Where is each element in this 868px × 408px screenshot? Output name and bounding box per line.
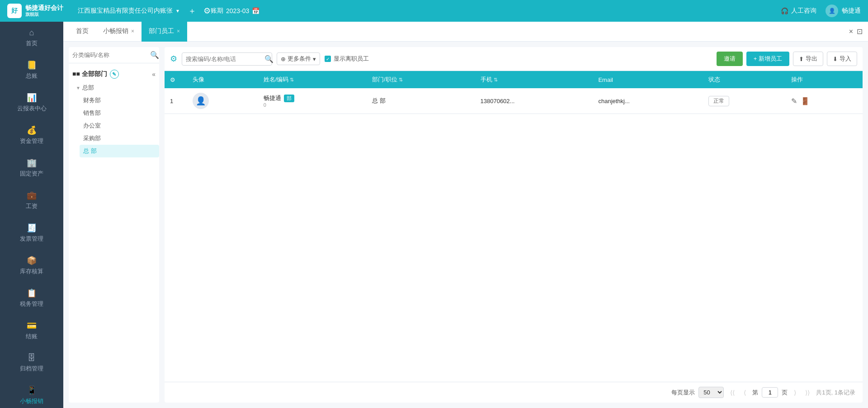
employee-data-table: ⚙ 头像 姓名/编码 部门/职位 手机 Email 状态 操作 xyxy=(165,71,863,114)
tab-dept-employee-close[interactable]: × xyxy=(177,28,180,34)
prev-page-button[interactable]: ⟨ xyxy=(741,388,749,398)
salary-icon: 💼 xyxy=(27,190,37,200)
dept-collapse-button[interactable]: « xyxy=(152,71,156,78)
period-value: 2023-03 xyxy=(226,7,249,14)
filter-button[interactable]: ⊕ 更多条件 ▾ xyxy=(277,52,320,65)
page-number-input[interactable] xyxy=(762,387,778,398)
cell-avatar: 👤 xyxy=(187,88,258,114)
cell-dept: 总 部 xyxy=(367,88,475,114)
sidebar-item-reports[interactable]: 📊 云报表中心 xyxy=(0,86,63,119)
company-selector[interactable]: 江西服宝精品有限责任公司内账张 ▾ xyxy=(78,7,179,15)
sidebar-label-invoice: 发票管理 xyxy=(20,235,43,243)
tab-home[interactable]: 首页 xyxy=(69,22,96,42)
dept-expand-arrow: ▼ xyxy=(76,85,80,90)
tab-xiaochang[interactable]: 小畅报销 × xyxy=(96,22,142,42)
all-dept-label: ■■ 全部部门 xyxy=(72,70,107,78)
sidebar-item-assets[interactable]: 🏢 固定资产 xyxy=(0,152,63,184)
sidebar-item-checkout[interactable]: 💳 结账 xyxy=(0,314,63,347)
sidebar-label-archive: 归档管理 xyxy=(20,365,43,373)
finance-icon: 💰 xyxy=(27,125,37,135)
header-actions: ＋ ⚙ xyxy=(188,5,211,16)
col-avatar: 头像 xyxy=(187,71,258,88)
sidebar-label-salary: 工资 xyxy=(26,202,38,210)
import-label: 导入 xyxy=(840,55,851,63)
pagination-bar: 每页显示 50 100 200 ⟨⟨ ⟨ 第 页 ⟩ ⟩⟩ 共1页, 1条记录 xyxy=(165,382,863,403)
import-button[interactable]: ⬇ 导入 xyxy=(827,52,857,66)
filter-icon: ⊕ xyxy=(281,56,286,62)
dept-group-zongbu-label[interactable]: ▼ 总部 xyxy=(72,81,159,94)
calendar-icon[interactable]: 📅 xyxy=(252,7,259,14)
sidebar-label-assets: 固定资产 xyxy=(20,170,43,178)
show-resigned-checkbox[interactable]: ✓ xyxy=(325,56,331,62)
edit-employee-button[interactable]: ✎ xyxy=(791,97,797,105)
employee-toolbar: ⚙ 🔍 ⊕ 更多条件 ▾ ✓ 显示离职员工 邀请 xyxy=(165,47,863,71)
sidebar-item-xiaochang[interactable]: 📱 小畅报销 xyxy=(0,379,63,408)
sidebar-item-archive[interactable]: 🗄 归档管理 xyxy=(0,347,63,379)
employee-panel: ⚙ 🔍 ⊕ 更多条件 ▾ ✓ 显示离职员工 邀请 xyxy=(165,47,863,403)
invite-button[interactable]: 邀请 xyxy=(717,52,743,66)
xiaochang-icon: 📱 xyxy=(27,385,37,395)
sidebar-item-salary[interactable]: 💼 工资 xyxy=(0,184,63,217)
first-page-button[interactable]: ⟨⟨ xyxy=(727,388,737,398)
export-button[interactable]: ⬆ 导出 xyxy=(793,52,823,66)
tab-close-button[interactable]: × xyxy=(849,27,853,36)
dept-panel: 🔍 ■■ 全部部门 ✎ « ▼ 总部 财务部 xyxy=(69,47,159,403)
last-page-button[interactable]: ⟩⟩ xyxy=(802,388,812,398)
settings-button[interactable]: ⚙ xyxy=(203,6,211,16)
tab-dept-employee[interactable]: 部门员工 × xyxy=(142,22,187,42)
dept-item-caigou[interactable]: 采购部 xyxy=(80,132,159,145)
app-logo: 好 畅捷通好会计 旗舰版 xyxy=(7,4,71,18)
employee-table: ⚙ 头像 姓名/编码 部门/职位 手机 Email 状态 操作 xyxy=(165,71,863,382)
tab-maximize-button[interactable]: ⊡ xyxy=(857,27,863,36)
delete-employee-button[interactable]: 🚪 xyxy=(801,97,810,105)
tab-xiaochang-close[interactable]: × xyxy=(131,28,134,34)
col-settings[interactable]: ⚙ xyxy=(165,71,187,88)
sidebar-label-home: 首页 xyxy=(26,39,38,47)
col-name-code[interactable]: 姓名/编码 xyxy=(258,71,367,88)
sidebar-label-finance: 资金管理 xyxy=(20,137,43,145)
employee-avatar: 👤 xyxy=(193,93,209,109)
sidebar-item-finance[interactable]: 💰 资金管理 xyxy=(0,119,63,152)
col-dept-pos[interactable]: 部门/职位 xyxy=(367,71,475,88)
checkout-icon: 💳 xyxy=(27,321,37,331)
dept-edit-button[interactable]: ✎ xyxy=(110,70,119,79)
tab-dept-employee-label: 部门员工 xyxy=(149,27,174,35)
page-size-select[interactable]: 50 100 200 xyxy=(698,387,724,398)
content-area: 首页 小畅报销 × 部门员工 × × ⊡ 🔍 xyxy=(63,22,868,408)
next-page-button[interactable]: ⟩ xyxy=(791,388,799,398)
dept-item-caiwu[interactable]: 财务部 xyxy=(80,94,159,107)
dept-search-icon[interactable]: 🔍 xyxy=(150,51,159,59)
sidebar-item-inventory[interactable]: 📦 库存核算 xyxy=(0,249,63,282)
employee-dept-badge: 部 xyxy=(284,95,294,102)
sidebar-item-ledger[interactable]: 📒 总账 xyxy=(0,54,63,86)
invoice-icon: 🧾 xyxy=(27,223,37,233)
add-employee-button[interactable]: + 新增员工 xyxy=(746,52,789,66)
filter-arrow-icon: ▾ xyxy=(313,56,316,62)
user-menu[interactable]: 👤 畅捷通 xyxy=(826,5,861,17)
page-unit: 页 xyxy=(782,389,788,397)
sidebar-item-invoice[interactable]: 🧾 发票管理 xyxy=(0,217,63,249)
sidebar-item-tax[interactable]: 📋 税务管理 xyxy=(0,282,63,314)
headset-icon: 🎧 xyxy=(781,7,788,14)
employee-search-icon[interactable]: 🔍 xyxy=(264,55,274,63)
assets-icon: 🏢 xyxy=(27,158,37,168)
sidebar-label-xiaochang: 小畅报销 xyxy=(20,397,43,405)
consult-button[interactable]: 🎧 人工咨询 xyxy=(781,7,816,15)
tab-bar-controls: × ⊡ xyxy=(849,27,863,36)
employee-search-input[interactable] xyxy=(186,56,262,62)
show-resigned-toggle[interactable]: ✓ 显示离职员工 xyxy=(325,55,369,63)
table-row: 1 👤 畅捷通 部 0 xyxy=(165,88,863,114)
col-phone[interactable]: 手机 xyxy=(475,71,593,88)
sidebar-item-home[interactable]: ⌂ 首页 xyxy=(0,22,63,54)
top-header: 好 畅捷通好会计 旗舰版 江西服宝精品有限责任公司内账张 ▾ ＋ ⚙ 账期 20… xyxy=(0,0,868,22)
user-avatar: 👤 xyxy=(826,5,838,17)
dept-search-input[interactable] xyxy=(72,52,148,58)
cell-index: 1 xyxy=(165,88,187,114)
dept-item-zongbu[interactable]: 总 部 xyxy=(80,145,159,157)
dept-item-bangong[interactable]: 办公室 xyxy=(80,119,159,132)
employee-name: 畅捷通 xyxy=(264,94,281,102)
add-account-button[interactable]: ＋ xyxy=(188,5,196,16)
sidebar: ⌂ 首页 📒 总账 📊 云报表中心 💰 资金管理 🏢 固定资产 💼 工资 🧾 发… xyxy=(0,22,63,408)
dept-item-xiaoshou[interactable]: 销售部 xyxy=(80,107,159,119)
settings-col-icon[interactable]: ⚙ xyxy=(170,54,177,64)
